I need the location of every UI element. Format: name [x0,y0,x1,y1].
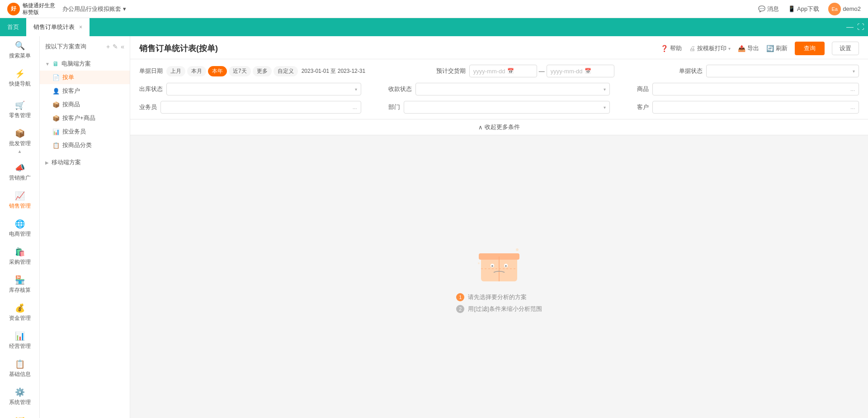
ecommerce-icon: 🌐 [15,219,25,229]
refresh-action[interactable]: 🔄 刷新 [766,44,788,52]
marketing-icon: 📣 [15,163,25,173]
scheme-cat-icon: 📋 [52,142,60,149]
scheme-sp-icon: 📊 [52,128,60,135]
expected-date-start-input[interactable]: yyyy-mm-dd 📅 [469,65,537,77]
basic-icon: 📋 [15,359,25,369]
shortcut-this-year[interactable]: 本年 [208,66,227,76]
tab-sales-order-stats[interactable]: 销售订单统计表 × [26,18,90,36]
inventory-icon: 🏪 [15,275,25,285]
scheme-tree: ▼ 🖥 电脑端方案 📄 按单 👤 按客户 📦 按商品 [40,53,130,173]
print-icon: 🖨 [689,45,695,52]
payment-select[interactable]: ▾ [415,83,610,95]
scheme-group-mobile-header[interactable]: ▶ 移动端方案 [40,156,130,169]
sidebar-item-system[interactable]: ⚙️ 系统管理 [0,383,39,411]
dept-select[interactable]: ▾ [404,101,610,114]
salesperson-input[interactable]: ... [160,101,361,114]
top-bar-right: 💬 消息 📱 App下载 Ea demo2 [758,3,861,15]
message-action[interactable]: 💬 消息 [758,5,779,13]
help-icon: ❓ [660,45,668,52]
tab-maximize-icon[interactable]: ⛶ [857,23,864,31]
goods-label: 商品 [637,85,649,93]
sidebar-item-retail[interactable]: 🛒 零售管理 [0,96,39,124]
scheme-collapse-icon[interactable]: « [121,43,124,50]
date-shortcuts: 上月 本月 本年 近7天 更多 自定义 [166,66,298,76]
scheme-item-by-order[interactable]: 📄 按单 [40,71,130,84]
filter-item-payment: 收款状态 ▾ [388,83,610,95]
sidebar-item-ecommerce[interactable]: 🌐 电商管理 [0,214,39,242]
customer-input[interactable]: ... [652,101,859,114]
scheme-group-pc-header[interactable]: ▼ 🖥 电脑端方案 [40,57,130,71]
user-action[interactable]: Ea demo2 [828,3,861,15]
tip-num-1: 1 [456,293,464,301]
sidebar-item-basic[interactable]: 📋 基础信息 [0,355,39,383]
scheme-add-icon[interactable]: + [106,43,110,50]
top-bar-left: 好 畅捷通好生意 标赞版 办公用品行业模拟账套 ▾ [7,2,130,15]
sidebar-item-inventory[interactable]: 🏪 库存核算 [0,271,39,299]
help-action[interactable]: ❓ 帮助 [660,44,682,52]
svg-point-9 [478,262,480,264]
delivery-select[interactable]: ▾ [166,83,361,95]
app-download-action[interactable]: 📱 App下载 [788,5,819,13]
tab-close-icon[interactable]: × [79,24,82,30]
scheme-cg-icon: 📦 [52,115,60,122]
filter-row-2: 出库状态 ▾ 收款状态 ▾ [139,83,859,95]
filter-row-3: 业务员 ... 部门 ▾ [139,101,859,114]
company-selector[interactable]: 办公用品行业模拟账套 ▾ [59,5,130,13]
page-title: 销售订单统计表(按单) [139,43,218,54]
sidebar-item-marketing[interactable]: 📣 营销推广 [0,158,39,186]
print-dropdown-icon: ▾ [728,46,731,51]
collapse-button[interactable]: ∧ 收起更多条件 [478,123,520,131]
sidebar-item-enterprise[interactable]: 🤝 企业协同 [0,411,39,418]
date-label: 单据日期 [139,67,163,75]
scheme-item-by-category[interactable]: 📋 按商品分类 [40,138,130,152]
customer-label: 客户 [637,103,649,111]
scheme-item-by-customer[interactable]: 👤 按客户 [40,84,130,98]
shortcut-last-month[interactable]: 上月 [166,66,185,76]
svg-point-8 [516,248,519,251]
sidebar-item-finance[interactable]: 💰 资金管理 [0,299,39,327]
shortcut-custom[interactable]: 自定义 [274,66,298,76]
salesperson-ellipsis-icon: ... [353,104,357,110]
avatar: Ea [828,3,841,15]
sidebar-item-quick-nav[interactable]: ⚡ 快捷导航 [0,64,39,92]
logo-text: 畅捷通好生意 标赞版 [23,2,55,15]
date-range-display: 2023-01-01 至 2023-12-31 [302,67,365,75]
scheme-edit-icon[interactable]: ✎ [113,43,118,50]
refresh-icon: 🔄 [766,45,774,52]
tip-num-2: 2 [456,305,464,313]
export-action[interactable]: 📤 导出 [738,44,759,52]
sidebar-item-sales[interactable]: 📈 销售管理 [0,186,39,214]
tab-bar: 首页 销售订单统计表 × — ⛶ [0,18,868,36]
sidebar-item-purchase[interactable]: 🛍️ 采购管理 [0,242,39,271]
query-button[interactable]: 查询 [795,42,825,55]
shortcut-last-7[interactable]: 近7天 [229,66,251,76]
scheme-item-by-goods[interactable]: 📦 按商品 [40,98,130,111]
enterprise-icon: 🤝 [15,415,25,418]
sidebar-item-operation[interactable]: 📊 经营管理 [0,327,39,355]
quick-nav-icon: ⚡ [15,69,25,79]
filter-item-salesperson: 业务员 ... [139,101,361,114]
print-action[interactable]: 🖨 按模板打印 ▾ [689,44,731,52]
results-area: 1 请先选择要分析的方案 2 用[过滤]条件来缩小分析范围 [130,135,868,418]
shortcut-this-month[interactable]: 本月 [187,66,206,76]
empty-tip-1: 1 请先选择要分析的方案 [456,293,542,301]
tab-home[interactable]: 首页 [0,18,26,36]
scheme-item-by-salesperson[interactable]: 📊 按业务员 [40,125,130,138]
collapse-bar: ∧ 收起更多条件 [130,119,868,135]
sidebar-item-wholesale[interactable]: 📦 批发管理 ▲ [0,124,39,158]
sidebar-item-search-menu[interactable]: 🔍 搜索菜单 [0,36,39,64]
scheme-item-by-customer-goods[interactable]: 📦 按客户+商品 [40,111,130,125]
export-icon: 📤 [738,45,745,52]
delivery-chevron-icon: ▾ [355,87,357,92]
shortcut-more[interactable]: 更多 [253,66,272,76]
dept-chevron-icon: ▾ [604,105,606,110]
status-label: 单据状态 [679,67,703,75]
goods-input[interactable]: ... [652,83,859,95]
settings-button[interactable]: 设置 [832,42,859,55]
scheme-group-mobile: ▶ 移动端方案 [40,154,130,171]
expected-date-end-input[interactable]: yyyy-mm-dd 📅 [547,65,614,77]
tab-minimize-icon[interactable]: — [846,23,854,31]
status-select[interactable]: ▾ [706,65,859,77]
date-dash: — [539,68,545,75]
page-header-actions: ❓ 帮助 🖨 按模板打印 ▾ 📤 导出 🔄 刷新 [660,42,859,55]
